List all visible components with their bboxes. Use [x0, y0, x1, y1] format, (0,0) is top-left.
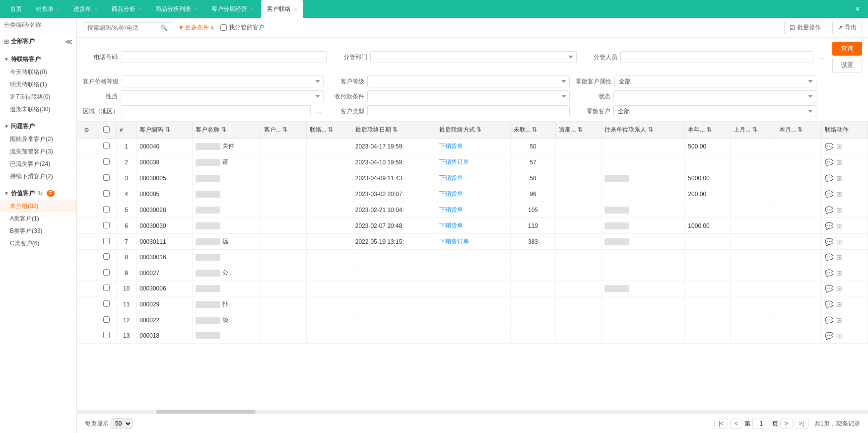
row-last-contact-method[interactable]: 下销售订单	[436, 154, 510, 170]
row-select-checkbox[interactable]	[103, 316, 110, 323]
th-name[interactable]: 客户名称 ⇅	[193, 122, 261, 139]
th-company-contact[interactable]: 往来单位联系人 ⇅	[601, 122, 685, 139]
row-last-contact-method[interactable]: 下销货单	[436, 139, 510, 154]
row-last-contact-method[interactable]	[436, 265, 510, 281]
row-checkbox[interactable]	[97, 202, 117, 218]
grid-action-icon[interactable]: ⊞	[836, 238, 842, 246]
row-select-checkbox[interactable]	[103, 238, 110, 244]
contact-method-link[interactable]: 下销货单	[439, 174, 463, 181]
tab-purchase-close[interactable]: ×	[94, 6, 97, 12]
sidebar-problem-title[interactable]: ▼ 问题客户	[0, 120, 76, 133]
grid-action-icon[interactable]: ⊞	[836, 316, 842, 324]
sidebar-item-overdue[interactable]: 逾期未联络(30)	[0, 103, 76, 116]
row-select-checkbox[interactable]	[103, 206, 110, 213]
row-last-contact-method[interactable]	[436, 312, 510, 328]
chat-icon[interactable]: 💬	[825, 253, 833, 261]
th-contact[interactable]: 联络... ⇅	[306, 122, 352, 139]
grid-action-icon[interactable]: ⊞	[836, 285, 842, 292]
row-select-checkbox[interactable]	[103, 285, 110, 291]
grid-action-icon[interactable]: ⊞	[836, 253, 842, 261]
refresh-icon[interactable]: ↻	[38, 190, 43, 197]
sidebar-value-title[interactable]: ▼ 价值客户 ↻ F	[0, 187, 76, 200]
sidebar-search-input[interactable]	[4, 21, 77, 28]
row-select-checkbox[interactable]	[103, 253, 110, 260]
sidebar-item-declining[interactable]: 持续下滑客户(2)	[0, 170, 76, 183]
filter-my-customers[interactable]: 我分管的客户	[220, 23, 265, 32]
row-checkbox[interactable]	[97, 170, 117, 186]
filter-more-conditions[interactable]: ▼ 更多条件 ∧	[178, 23, 214, 32]
sidebar-item-today[interactable]: 今天待联络(0)	[0, 66, 76, 78]
pagination-prev[interactable]: <	[730, 419, 742, 429]
th-this-year[interactable]: 本年... ⇅	[685, 122, 731, 139]
filter-scatter-attr-select[interactable]: 全部	[614, 75, 816, 87]
filter-dept-select[interactable]	[370, 51, 576, 63]
tab-customer-layer-close[interactable]: ×	[250, 6, 253, 12]
row-select-checkbox[interactable]	[103, 143, 110, 149]
my-customers-checkbox[interactable]	[220, 24, 227, 31]
horizontal-scrollbar[interactable]	[77, 410, 868, 414]
reset-button[interactable]: 设置	[832, 58, 862, 72]
pagination-first[interactable]: |<	[714, 419, 728, 429]
tab-customer-layer[interactable]: 客户分层经营 ×	[205, 0, 259, 18]
row-checkbox[interactable]	[97, 281, 117, 296]
row-select-checkbox[interactable]	[103, 332, 110, 338]
page-number-input[interactable]	[752, 419, 770, 429]
filter-search-icon[interactable]: 🔍	[160, 24, 168, 31]
contact-method-link[interactable]: 下销售订单	[439, 238, 469, 245]
sidebar-item-class-b[interactable]: B类客户(33)	[0, 225, 76, 237]
sidebar-all-customers[interactable]: ⊞ 全部客户 ≪	[0, 34, 76, 49]
row-checkbox[interactable]	[97, 139, 117, 154]
th-settings[interactable]: ⚙	[77, 122, 97, 139]
sidebar-item-loss-warning[interactable]: 流失预警客户(3)	[0, 145, 76, 158]
filter-payment-select[interactable]	[367, 90, 570, 102]
row-checkbox[interactable]	[97, 250, 117, 265]
tab-sales[interactable]: 销售单 ×	[30, 0, 66, 18]
scrollbar-thumb[interactable]	[156, 410, 256, 414]
chat-icon[interactable]: 💬	[825, 143, 833, 150]
tab-goods-analysis[interactable]: 商品分析 ×	[106, 0, 147, 18]
batch-operation-button[interactable]: ☑ 批量操作	[784, 21, 826, 34]
search-button[interactable]: 查询	[832, 42, 862, 56]
row-select-checkbox[interactable]	[103, 158, 110, 165]
row-checkbox[interactable]	[97, 296, 117, 312]
grid-action-icon[interactable]: ⊞	[836, 174, 842, 182]
row-select-checkbox[interactable]	[103, 190, 110, 197]
tab-sales-close[interactable]: ×	[57, 6, 60, 12]
chat-icon[interactable]: 💬	[825, 222, 833, 230]
chat-icon[interactable]: 💬	[825, 300, 833, 308]
row-last-contact-method[interactable]	[436, 328, 510, 344]
filter-cust-type-input[interactable]	[367, 105, 570, 117]
sidebar-item-tomorrow[interactable]: 明天待联络(1)	[0, 78, 76, 91]
filter-manager-dots[interactable]: …	[816, 54, 826, 61]
chat-icon[interactable]: 💬	[825, 332, 833, 340]
th-this-month[interactable]: 本月... ⇅	[776, 122, 822, 139]
chat-icon[interactable]: 💬	[825, 238, 833, 246]
row-select-checkbox[interactable]	[103, 300, 110, 307]
row-last-contact-method[interactable]: 下销售订单	[436, 234, 510, 250]
filter-manager-input[interactable]	[620, 51, 813, 63]
th-last-contact-method[interactable]: 最后联络方式 ⇅	[436, 122, 510, 139]
sidebar-item-hoarding[interactable]: 囤购异常客户(2)	[0, 133, 76, 145]
grid-action-icon[interactable]: ⊞	[836, 158, 842, 166]
chat-icon[interactable]: 💬	[825, 316, 833, 324]
pagination-last[interactable]: >|	[795, 419, 808, 429]
row-checkbox[interactable]	[97, 234, 117, 250]
row-last-contact-method[interactable]	[436, 250, 510, 265]
grid-action-icon[interactable]: ⊞	[836, 332, 842, 340]
grid-action-icon[interactable]: ⊞	[836, 143, 842, 150]
grid-action-icon[interactable]: ⊞	[836, 269, 842, 277]
row-last-contact-method[interactable]: 下销货单	[436, 218, 510, 234]
th-code[interactable]: 客户编码 ⇅	[136, 122, 193, 139]
chat-icon[interactable]: 💬	[825, 158, 833, 166]
row-checkbox[interactable]	[97, 265, 117, 281]
filter-scatter-select[interactable]: 全部	[613, 105, 816, 117]
filter-phone-input[interactable]	[121, 51, 327, 63]
row-checkbox[interactable]	[97, 312, 117, 328]
filter-region-input[interactable]	[122, 105, 311, 117]
row-checkbox[interactable]	[97, 218, 117, 234]
select-all-checkbox[interactable]	[103, 126, 110, 133]
row-select-checkbox[interactable]	[103, 269, 110, 276]
row-last-contact-method[interactable]: 下销货单	[436, 202, 510, 218]
tab-goods-analysis-close[interactable]: ×	[138, 6, 141, 12]
collapse-icon[interactable]: ≪	[65, 38, 72, 46]
